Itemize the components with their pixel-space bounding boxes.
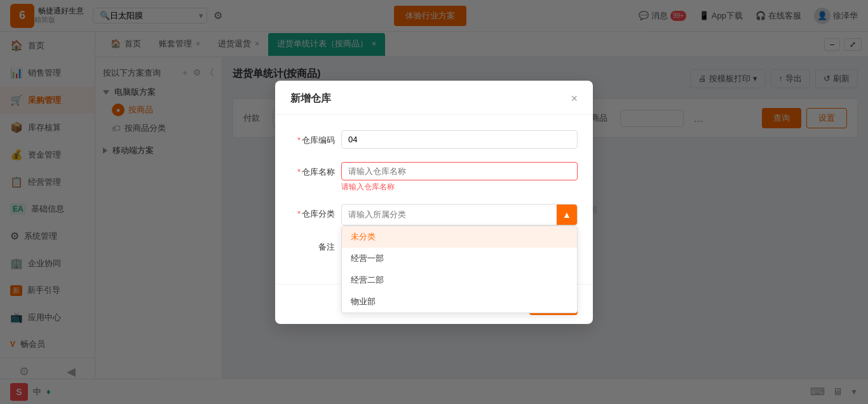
dialog-header: 新增仓库 × — [275, 81, 593, 115]
code-input[interactable] — [341, 130, 578, 149]
form-row-name: 仓库名称 请输入仓库名称 — [290, 162, 578, 192]
code-label: 仓库编码 — [290, 130, 341, 151]
category-dropdown: 未分类 经营一部 经营二部 物业部 — [341, 226, 578, 313]
dropdown-item-operation1[interactable]: 经营一部 — [342, 248, 577, 269]
new-warehouse-dialog: 新增仓库 × 仓库编码 仓库名称 请输入仓库名称 仓库分类 — [275, 81, 593, 324]
category-input-row: ▲ — [341, 204, 578, 226]
category-label: 仓库分类 — [290, 204, 341, 224]
dialog-close-button[interactable]: × — [571, 92, 578, 105]
name-error-msg: 请输入仓库名称 — [341, 182, 578, 192]
name-label: 仓库名称 — [290, 162, 341, 182]
dialog-title: 新增仓库 — [290, 92, 331, 105]
code-field-wrap — [341, 130, 578, 149]
note-label: 备注 — [290, 237, 341, 257]
dropdown-item-operation2[interactable]: 经营二部 — [342, 269, 577, 291]
name-input[interactable] — [341, 162, 578, 180]
form-row-code: 仓库编码 — [290, 130, 578, 151]
dialog-overlay: 新增仓库 × 仓库编码 仓库名称 请输入仓库名称 仓库分类 — [0, 0, 868, 404]
form-row-category: 仓库分类 ▲ 未分类 经营一部 经营二部 物业部 — [290, 204, 578, 226]
category-input[interactable] — [342, 206, 557, 223]
dropdown-item-uncategorized[interactable]: 未分类 — [342, 226, 577, 248]
category-toggle-btn[interactable]: ▲ — [557, 205, 577, 225]
category-field-wrap: ▲ 未分类 经营一部 经营二部 物业部 — [341, 204, 578, 226]
name-field-wrap: 请输入仓库名称 — [341, 162, 578, 192]
dialog-body: 仓库编码 仓库名称 请输入仓库名称 仓库分类 ▲ — [275, 115, 593, 284]
dropdown-item-property[interactable]: 物业部 — [342, 291, 577, 313]
